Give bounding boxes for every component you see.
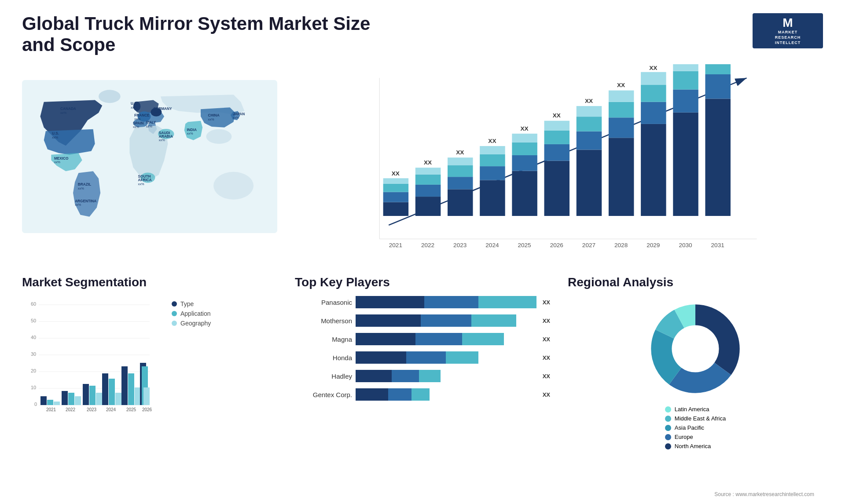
latin-america-label: Latin America (675, 406, 709, 413)
svg-rect-143 (128, 373, 134, 405)
asia-pacific-label: Asia Pacific (675, 424, 704, 431)
player-value-gentex: XX (543, 391, 550, 398)
player-bar-panasonic (356, 296, 536, 308)
svg-text:XX: XX (553, 112, 561, 119)
svg-text:XX: XX (585, 98, 593, 104)
player-row-panasonic: Panasonic XX (295, 296, 550, 308)
svg-rect-107 (705, 74, 731, 99)
svg-rect-83 (577, 131, 602, 150)
svg-text:xx%: xx% (60, 111, 66, 115)
donut-legend: Latin America Middle East & Africa Asia … (665, 406, 726, 452)
svg-rect-54 (415, 175, 441, 185)
europe-dot (665, 434, 671, 440)
svg-text:60: 60 (31, 301, 36, 307)
segmentation-section: Market Segmentation 60 50 40 30 20 10 0 (13, 271, 286, 457)
svg-text:xx%: xx% (134, 117, 140, 121)
world-map: CANADA xx% U.S. xx% MEXICO xx% BRAZIL xx… (22, 64, 277, 249)
player-bar-motherson (356, 314, 536, 327)
svg-text:2028: 2028 (614, 242, 628, 248)
svg-rect-53 (415, 185, 441, 197)
svg-text:XX: XX (521, 125, 529, 132)
svg-text:XX: XX (392, 170, 400, 177)
type-dot (172, 301, 177, 307)
svg-text:CANADA: CANADA (60, 107, 76, 111)
player-row-honda: Honda XX (295, 351, 550, 364)
svg-rect-65 (480, 166, 505, 180)
svg-rect-144 (135, 387, 141, 405)
player-name-magna: Magna (295, 336, 352, 343)
svg-text:xx%: xx% (52, 135, 58, 139)
svg-rect-48 (383, 184, 409, 192)
svg-text:2022: 2022 (421, 242, 434, 248)
svg-text:xx%: xx% (75, 203, 81, 207)
svg-text:2026: 2026 (142, 407, 152, 412)
svg-text:2023: 2023 (453, 242, 467, 248)
svg-rect-61 (448, 157, 473, 165)
svg-text:2024: 2024 (485, 242, 499, 248)
svg-text:20: 20 (31, 368, 36, 373)
player-value-panasonic: XX (543, 299, 550, 306)
svg-text:xx%: xx% (138, 182, 144, 186)
svg-text:xx%: xx% (159, 138, 165, 142)
svg-text:2023: 2023 (87, 407, 97, 412)
donut-container: Latin America Middle East & Africa Asia … (568, 296, 823, 452)
svg-rect-96 (641, 85, 666, 102)
svg-text:2027: 2027 (582, 242, 595, 248)
legend-geography: Geography (172, 320, 211, 327)
svg-rect-46 (383, 202, 409, 216)
logo-box: Μ MARKETRESEARCHINTELLECT (753, 13, 823, 48)
legend-latin-america: Latin America (665, 406, 726, 413)
svg-text:30: 30 (31, 351, 36, 357)
svg-rect-94 (641, 124, 666, 216)
application-label: Application (180, 310, 211, 317)
svg-rect-59 (448, 177, 473, 189)
svg-rect-64 (480, 180, 505, 216)
player-value-magna: XX (543, 336, 550, 343)
svg-text:10: 10 (31, 385, 36, 390)
svg-rect-72 (512, 142, 537, 155)
svg-rect-148 (143, 387, 150, 405)
svg-rect-106 (705, 99, 731, 216)
legend-asia-pacific: Asia Pacific (665, 424, 726, 431)
svg-text:2021: 2021 (46, 407, 56, 412)
asia-pacific-dot (665, 425, 671, 431)
middle-east-dot (665, 416, 671, 422)
svg-rect-126 (40, 396, 47, 405)
svg-text:XX: XX (456, 149, 464, 156)
svg-rect-73 (512, 134, 537, 142)
svg-text:2029: 2029 (647, 242, 660, 248)
svg-rect-135 (89, 386, 96, 405)
svg-text:XX: XX (649, 65, 657, 71)
svg-text:xx%: xx% (208, 117, 214, 121)
player-value-honda: XX (543, 354, 550, 361)
type-label: Type (180, 300, 194, 307)
svg-rect-102 (673, 71, 698, 90)
svg-rect-55 (415, 168, 441, 175)
svg-text:xx%: xx% (133, 125, 139, 129)
svg-text:xx%: xx% (54, 160, 60, 164)
header: Global Truck Mirror System Market Size a… (0, 0, 845, 60)
regional-title: Regional Analysis (568, 275, 823, 289)
svg-text:50: 50 (31, 318, 36, 323)
svg-rect-95 (641, 102, 666, 124)
svg-rect-66 (480, 154, 505, 166)
svg-text:2024: 2024 (106, 407, 116, 412)
svg-text:2026: 2026 (550, 242, 563, 248)
source-text: Source : www.marketresearchintellect.com (692, 489, 836, 500)
svg-rect-52 (415, 197, 441, 216)
svg-point-1 (99, 90, 121, 103)
svg-rect-130 (62, 391, 68, 405)
svg-rect-90 (609, 102, 634, 118)
main-content: CANADA xx% U.S. xx% MEXICO xx% BRAZIL xx… (0, 60, 845, 457)
svg-text:2025: 2025 (126, 407, 136, 412)
svg-rect-103 (673, 64, 698, 71)
map-section: CANADA xx% U.S. xx% MEXICO xx% BRAZIL xx… (13, 60, 286, 271)
logo-letter: Μ (783, 16, 793, 30)
regional-section: Regional Analysis (559, 271, 832, 457)
svg-rect-142 (121, 366, 128, 405)
svg-rect-101 (673, 90, 698, 113)
svg-rect-89 (609, 117, 634, 138)
geography-label: Geography (180, 320, 211, 327)
svg-rect-58 (448, 189, 473, 216)
key-players-title: Top Key Players (295, 275, 550, 289)
